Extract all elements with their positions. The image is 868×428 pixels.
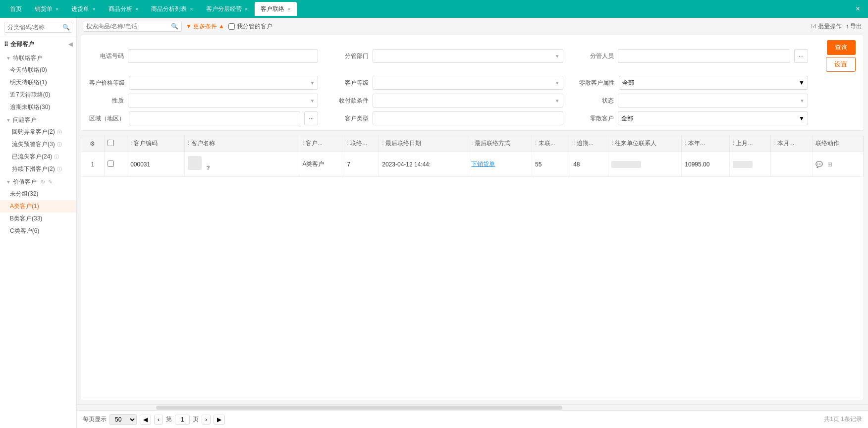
filter-select-dept[interactable]: ▼: [373, 49, 563, 63]
sidebar-item-tomorrow-pending[interactable]: 明天待联络(1): [0, 76, 76, 89]
sidebar-item-churned[interactable]: 已流失客户(24) ⓘ: [0, 151, 76, 163]
th-settings[interactable]: ⚙: [81, 135, 104, 152]
horizontal-scrollbar[interactable]: [77, 404, 868, 410]
th-code-label: : 客户编码: [130, 140, 158, 147]
filter-more-button[interactable]: ▼ 更多条件 ▲: [186, 22, 224, 31]
close-icon[interactable]: ×: [135, 6, 138, 12]
sidebar-item-c-class[interactable]: C类客户(6): [0, 225, 76, 237]
sidebar-item-declining[interactable]: 持续下滑客户(2) ⓘ: [0, 163, 76, 175]
nav-tab-purchase[interactable]: 进货单 ×: [65, 2, 101, 16]
toolbar-search-box[interactable]: 🔍: [83, 21, 182, 32]
sidebar-item-7days-pending[interactable]: 近7天待联络(0): [0, 89, 76, 101]
filter-select-payment[interactable]: ▼: [373, 94, 563, 107]
close-icon[interactable]: ×: [92, 6, 95, 12]
th-action: 联络动作: [813, 135, 864, 152]
sidebar-item-ungroup[interactable]: 未分组(32): [0, 188, 76, 200]
row-checkbox[interactable]: [108, 160, 114, 167]
window-close-button[interactable]: ×: [852, 4, 864, 13]
close-icon[interactable]: ×: [190, 6, 193, 12]
filter-input-manager[interactable]: [618, 49, 790, 63]
nav-tab-home[interactable]: 首页: [4, 2, 28, 16]
export-button[interactable]: ↑ 导出: [846, 22, 862, 31]
td-checkbox[interactable]: [104, 152, 127, 177]
grid-icon[interactable]: ⊞: [827, 161, 832, 168]
sidebar-group-pending[interactable]: ▼ 待联络客户: [0, 52, 76, 64]
sidebar-item-overdue[interactable]: 逾期未联络(30): [0, 101, 76, 113]
filter-cell-customer-level: 客户等级 ▼: [334, 76, 563, 90]
nav-tab-customer-layer[interactable]: 客户分层经营 ×: [200, 2, 254, 16]
nav-tab-customer-contact[interactable]: 客户联络 ×: [255, 2, 296, 16]
th-this-year-label: : 本年...: [685, 140, 705, 147]
page-number-input[interactable]: [175, 415, 190, 425]
filter-input-phone[interactable]: [128, 49, 318, 63]
prev-page-button[interactable]: ‹: [154, 415, 163, 425]
export-label: 导出: [850, 22, 862, 31]
chevron-down-icon: ▼: [555, 54, 560, 59]
sidebar-item-churn-warning[interactable]: 流失预警客户(3) ⓘ: [0, 138, 76, 151]
collapse-icon[interactable]: ◀: [68, 41, 72, 48]
close-icon[interactable]: ×: [287, 6, 290, 12]
td-no-contact: 55: [532, 152, 570, 177]
filter-cell-phone: 电话号码: [89, 49, 318, 63]
close-icon[interactable]: ×: [245, 6, 248, 12]
sidebar-group-problem[interactable]: ▼ 问题客户: [0, 113, 76, 126]
filter-label-status: 状态: [579, 97, 614, 105]
set-button[interactable]: 设置: [826, 57, 856, 72]
filter-select-retail[interactable]: 全部 ▼: [618, 111, 808, 125]
sidebar-item-repurchase-abnormal[interactable]: 回购异常客户(2) ⓘ: [0, 126, 76, 138]
th-checkbox[interactable]: [104, 135, 127, 152]
query-button[interactable]: 查询: [827, 40, 856, 55]
nav-tab-goods-list[interactable]: 商品分析列表 ×: [145, 2, 199, 16]
filter-cell-region: 区域（地区） ···: [89, 111, 318, 125]
page-label: 页: [193, 415, 199, 424]
nav-tab-goods-list-label: 商品分析列表: [151, 5, 187, 13]
filter-label-region: 区域（地区）: [89, 114, 125, 123]
th-last-date-label: : 最后联络日期: [382, 140, 421, 147]
last-way-link[interactable]: 下销货单: [471, 160, 495, 167]
page-size-select[interactable]: 50 100: [109, 414, 137, 425]
my-customers-checkbox-area[interactable]: 我分管的客户: [228, 22, 272, 31]
scrollbar-thumb[interactable]: [156, 406, 562, 410]
filter-dots-region[interactable]: ···: [304, 111, 318, 125]
select-all-checkbox[interactable]: [108, 140, 114, 146]
toolbar-search-input[interactable]: [86, 23, 171, 30]
batch-ops-button[interactable]: ☑ 批量操作: [811, 22, 842, 31]
filter-label: 更多条件: [193, 22, 217, 31]
sidebar-group-value[interactable]: ▼ 价值客户 ↻ ✎: [0, 175, 76, 188]
chevron-down-icon: ▼: [555, 98, 560, 104]
my-customers-checkbox[interactable]: [228, 23, 235, 30]
filter-select-nature[interactable]: ▼: [128, 94, 318, 107]
nav-tab-sales[interactable]: 销货单 ×: [29, 2, 64, 16]
sidebar-item-b-class[interactable]: B类客户(33): [0, 213, 76, 225]
sidebar-item-today-pending[interactable]: 今天待联络(0): [0, 64, 76, 76]
filter-panel: 电话号码 分管部门 ▼ 分管人员 ···: [81, 35, 864, 131]
filter-dots-manager[interactable]: ···: [794, 49, 808, 63]
filter-select-customer-level[interactable]: ▼: [373, 76, 563, 90]
last-page-button[interactable]: ▶: [214, 415, 225, 425]
filter-label-phone: 电话号码: [89, 52, 124, 60]
td-last-month: [729, 152, 771, 177]
th-last-way: : 最后联络方式: [468, 135, 532, 152]
edit-icon[interactable]: ✎: [48, 179, 53, 185]
filter-label-nature: 性质: [89, 97, 124, 105]
close-icon[interactable]: ×: [55, 6, 58, 12]
th-last-way-label: : 最后联络方式: [471, 140, 510, 147]
filter-select-price-level[interactable]: ▼: [129, 76, 318, 90]
filter-input-region[interactable]: [129, 111, 300, 125]
td-this-month: [771, 152, 813, 177]
filter-select-status[interactable]: ▼: [618, 94, 808, 107]
item-label: 流失预警客户(3): [12, 140, 55, 149]
nav-tab-goods-analysis[interactable]: 商品分析 ×: [103, 2, 144, 16]
filter-icon: ▼: [186, 23, 192, 30]
sidebar-all-customers[interactable]: ⠿ 全部客户 ◀: [0, 37, 76, 52]
next-page-button[interactable]: ›: [202, 415, 211, 425]
sidebar: 🔍 ⠿ 全部客户 ◀ ▼ 待联络客户 今天待联络(0) 明天待联络(1) 近7天…: [0, 18, 77, 428]
filter-arrow: ▲: [218, 23, 224, 30]
chat-icon[interactable]: 💬: [815, 161, 823, 168]
sidebar-item-a-class[interactable]: A类客户(1): [0, 200, 76, 213]
first-page-button[interactable]: ◀: [140, 415, 151, 425]
refresh-icon[interactable]: ↻: [41, 179, 45, 185]
filter-cell-price-level: 客户价格等级 ▼: [89, 76, 318, 90]
filter-input-customer-type[interactable]: [373, 111, 563, 125]
filter-select-retail-attr[interactable]: 全部 ▼: [619, 76, 808, 90]
